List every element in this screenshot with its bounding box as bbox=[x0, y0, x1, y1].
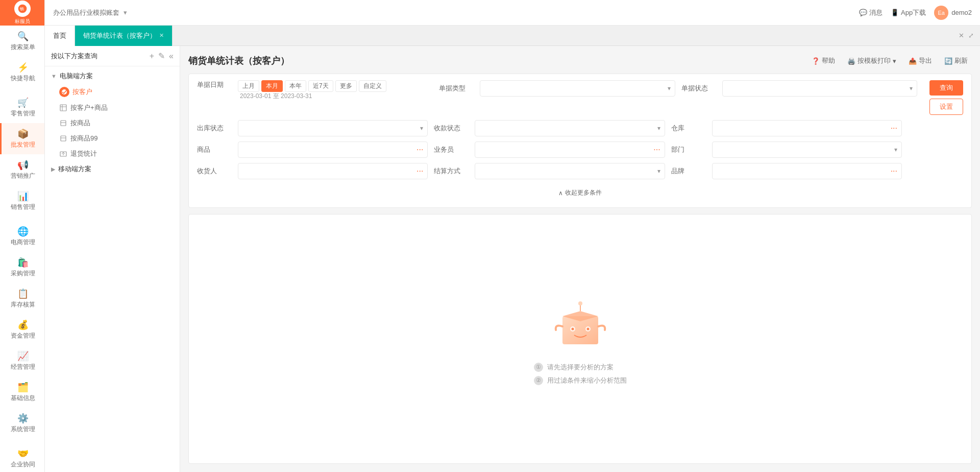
date-btn-custom[interactable]: 自定义 bbox=[359, 80, 386, 92]
sidebar-item-finance[interactable]: 💰 资金管理 bbox=[0, 314, 44, 345]
help-icon: ❓ bbox=[812, 57, 820, 65]
left-panel: 按以下方案查询 + ✎ « ▼ 电脑端方案 按客户 bbox=[45, 46, 180, 472]
tip-text-1: 请先选择要分析的方案 bbox=[547, 363, 614, 372]
date-btn-this-month[interactable]: 本月 bbox=[261, 80, 283, 92]
add-scheme-button[interactable]: + bbox=[150, 52, 154, 61]
sidebar-item-wholesale[interactable]: 📦 批发管理 bbox=[0, 123, 44, 154]
tree-child-returns[interactable]: 退货统计 bbox=[45, 146, 180, 161]
sidebar-item-inventory[interactable]: 📋 库存核算 bbox=[0, 283, 44, 314]
sidebar-nav: 🔍 搜索菜单 ⚡ 快捷导航 🛒 零售管理 📦 批发管理 📢 营销推广 📊 销售管… bbox=[0, 26, 44, 472]
template-print-button[interactable]: 🖨️ 按模板打印 ▾ bbox=[843, 54, 900, 67]
sidebar-item-ecommerce[interactable]: 🌐 电商管理 bbox=[0, 221, 44, 252]
sidebar-item-corp[interactable]: 🤝 企业协同 bbox=[0, 443, 44, 472]
tree-child-by-customer-product[interactable]: 按客户+商品 bbox=[45, 100, 180, 115]
svg-point-19 bbox=[578, 301, 582, 305]
logo-area[interactable]: 畅 标服员 bbox=[0, 0, 44, 26]
avatar-text: Ea bbox=[938, 10, 945, 16]
warehouse-input[interactable]: ··· bbox=[712, 120, 902, 136]
order-status-select[interactable]: ▾ bbox=[722, 80, 917, 97]
user-area[interactable]: Ea demo2 bbox=[934, 6, 972, 20]
retail-icon: 🛒 bbox=[17, 97, 29, 108]
salesman-dots-icon[interactable]: ··· bbox=[653, 145, 660, 154]
tree-label-returns: 退货统计 bbox=[70, 149, 97, 158]
settlement-arrow: ▾ bbox=[657, 168, 660, 175]
receipt-status-select[interactable]: ▾ bbox=[475, 120, 665, 136]
tab-sales-stats[interactable]: 销货单统计表（按客户） ✕ bbox=[75, 26, 173, 46]
product99-icon bbox=[59, 134, 67, 143]
sidebar-label-inventory: 库存核算 bbox=[11, 300, 35, 309]
svg-rect-6 bbox=[61, 121, 66, 126]
product-icon bbox=[59, 119, 67, 127]
avatar: Ea bbox=[934, 6, 948, 20]
close-window-icon[interactable]: ✕ bbox=[959, 32, 964, 39]
app-download-button[interactable]: 📱 App下载 bbox=[891, 8, 926, 17]
sidebar-label-ops: 经营管理 bbox=[11, 363, 35, 371]
sidebar-item-purchase[interactable]: 🛍️ 采购管理 bbox=[0, 252, 44, 283]
collapse-panel-button[interactable]: « bbox=[169, 52, 174, 61]
product-input[interactable]: ··· bbox=[238, 141, 428, 158]
warehouse-dots-icon[interactable]: ··· bbox=[891, 124, 897, 133]
sidebar-item-basic[interactable]: 🗂️ 基础信息 bbox=[0, 376, 44, 408]
warehouse-filter: 仓库 ··· bbox=[671, 120, 902, 136]
department-filter: 部门 ▾ bbox=[671, 141, 902, 158]
sidebar-item-retail[interactable]: 🛒 零售管理 bbox=[0, 92, 44, 123]
message-button[interactable]: 💬 消息 bbox=[859, 8, 883, 17]
export-button[interactable]: 📤 导出 bbox=[904, 54, 936, 67]
out-status-select[interactable]: ▾ bbox=[238, 120, 428, 136]
tree-child-by-product[interactable]: 按商品 bbox=[45, 115, 180, 131]
brand-input[interactable]: ··· bbox=[712, 163, 902, 179]
consignee-input[interactable]: ··· bbox=[238, 163, 428, 179]
order-status-arrow: ▾ bbox=[910, 85, 913, 92]
order-type-label: 单据类型 bbox=[439, 84, 480, 93]
user-name: demo2 bbox=[951, 9, 972, 16]
salesman-input[interactable]: ··· bbox=[475, 141, 665, 158]
tree-parent-mobile[interactable]: ▶ 移动端方案 bbox=[45, 161, 180, 177]
date-btn-last-month[interactable]: 上月 bbox=[238, 80, 259, 92]
date-btn-7days[interactable]: 近7天 bbox=[308, 80, 333, 92]
filter-row-1: 单据日期 上月 本月 本年 近7天 更多 自定义 2023-03-01 至 20… bbox=[197, 80, 963, 115]
tree-child-by-product-99[interactable]: 按商品99 bbox=[45, 131, 180, 146]
out-status-arrow: ▾ bbox=[420, 125, 423, 132]
quick-nav-icon: ⚡ bbox=[17, 62, 29, 73]
header-dropdown-icon[interactable]: ▾ bbox=[124, 9, 127, 16]
help-button[interactable]: ❓ 帮助 bbox=[807, 54, 839, 67]
svg-point-16 bbox=[571, 327, 574, 330]
tree-parent-pc[interactable]: ▼ 电脑端方案 bbox=[45, 68, 180, 84]
sidebar-item-system[interactable]: ⚙️ 系统管理 bbox=[0, 408, 44, 439]
collapse-bar[interactable]: ∧ 收起更多条件 bbox=[197, 184, 963, 201]
department-select[interactable]: ▾ bbox=[712, 141, 902, 158]
settings-button[interactable]: 设置 bbox=[929, 99, 963, 115]
date-btn-more[interactable]: 更多 bbox=[335, 80, 357, 92]
query-button[interactable]: 查询 bbox=[929, 80, 963, 96]
top-header: 办公用品行业模拟账套 ▾ 💬 消息 📱 App下载 Ea demo2 bbox=[45, 0, 980, 26]
receipt-status-label: 收款状态 bbox=[434, 124, 475, 133]
sidebar-label-purchase: 采购管理 bbox=[11, 269, 35, 278]
product-filter: 商品 ··· bbox=[197, 141, 428, 158]
consignee-label: 收货人 bbox=[197, 167, 238, 176]
sidebar-item-quick-nav[interactable]: ⚡ 快捷导航 bbox=[0, 57, 44, 88]
sidebar-item-ops[interactable]: 📈 经营管理 bbox=[0, 345, 44, 376]
ecommerce-icon: 🌐 bbox=[17, 226, 29, 237]
panel-actions: + ✎ « bbox=[150, 51, 174, 61]
sidebar-item-search[interactable]: 🔍 搜索菜单 bbox=[0, 26, 44, 57]
message-icon: 💬 bbox=[859, 9, 867, 16]
empty-tips: ① 请先选择要分析的方案 ② 用过滤条件来缩小分析范围 bbox=[534, 363, 627, 385]
product-dots-icon[interactable]: ··· bbox=[416, 145, 423, 154]
date-btn-this-year[interactable]: 本年 bbox=[285, 80, 306, 92]
maximize-window-icon[interactable]: ⤢ bbox=[968, 32, 974, 39]
sidebar-item-sales-mgmt[interactable]: 📊 销售管理 bbox=[0, 185, 44, 217]
empty-tip-2: ② 用过滤条件来缩小分析范围 bbox=[534, 376, 627, 385]
edit-scheme-button[interactable]: ✎ bbox=[158, 51, 165, 61]
brand-dots-icon[interactable]: ··· bbox=[891, 167, 897, 176]
export-label: 导出 bbox=[919, 56, 932, 65]
tab-home[interactable]: 首页 bbox=[45, 26, 75, 46]
sidebar-item-marketing[interactable]: 📢 营销推广 bbox=[0, 154, 44, 185]
settlement-select[interactable]: ▾ bbox=[475, 163, 665, 179]
refresh-button[interactable]: 🔄 刷新 bbox=[940, 54, 972, 67]
consignee-dots-icon[interactable]: ··· bbox=[416, 167, 423, 176]
sidebar-label-corp: 企业协同 bbox=[11, 460, 35, 469]
tree-child-by-customer[interactable]: 按客户 bbox=[45, 84, 180, 100]
action-buttons: 查询 设置 bbox=[929, 80, 963, 115]
tab-close-icon[interactable]: ✕ bbox=[159, 32, 164, 39]
order-type-select[interactable]: ▾ bbox=[480, 80, 675, 97]
